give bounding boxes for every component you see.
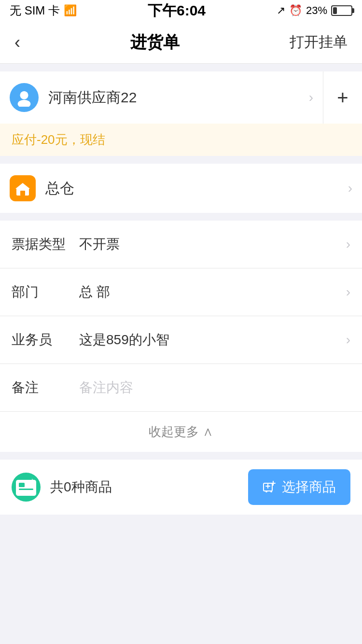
status-left: 无 SIM 卡 📶 xyxy=(10,3,77,18)
alarm-icon: ⏰ xyxy=(289,4,302,17)
supplier-name: 河南供应商22 xyxy=(48,88,304,108)
collapse-section[interactable]: 收起更多 ∧ xyxy=(0,411,362,452)
section-divider-2 xyxy=(0,156,362,164)
remark-input[interactable]: 备注内容 xyxy=(79,378,350,397)
invoice-chevron-icon: › xyxy=(346,237,350,252)
warehouse-svg-icon xyxy=(14,180,31,196)
warning-banner: 应付-20元，现结 xyxy=(0,124,362,156)
supplier-chevron-icon: › xyxy=(309,90,313,105)
svg-point-0 xyxy=(20,91,28,99)
back-button[interactable]: ‹ xyxy=(14,32,20,53)
product-bar: 共0种商品 选择商品 xyxy=(0,460,362,515)
salesman-row[interactable]: 业务员 这是859的小智 › xyxy=(0,316,362,364)
location-icon: ↗ xyxy=(277,4,285,17)
nav-bar: ‹ 进货单 打开挂单 xyxy=(0,21,362,64)
supplier-section: 河南供应商22 › + xyxy=(0,71,362,124)
svg-point-9 xyxy=(265,490,267,492)
warehouse-section[interactable]: 总仓 › xyxy=(0,164,362,213)
salesman-value: 这是859的小智 xyxy=(79,331,341,349)
warehouse-icon xyxy=(10,175,36,201)
salesman-chevron-icon: › xyxy=(346,332,350,348)
svg-marker-3 xyxy=(15,183,30,189)
remark-label: 备注 xyxy=(12,378,79,397)
warehouse-name: 总仓 xyxy=(45,179,343,198)
battery-icon xyxy=(331,5,352,16)
section-divider-3 xyxy=(0,213,362,221)
product-svg-icon xyxy=(12,473,41,502)
svg-rect-6 xyxy=(19,483,25,487)
avatar-icon xyxy=(15,88,33,107)
svg-rect-7 xyxy=(19,489,33,490)
battery-percent: 23% xyxy=(306,4,327,17)
department-chevron-icon: › xyxy=(346,284,350,300)
product-icon xyxy=(12,473,41,502)
wifi-icon: 📶 xyxy=(64,4,77,17)
open-pending-button[interactable]: 打开挂单 xyxy=(290,32,348,52)
select-product-button[interactable]: 选择商品 xyxy=(248,469,350,505)
department-row[interactable]: 部门 总 部 › xyxy=(0,268,362,316)
status-time: 下午6:04 xyxy=(148,1,206,21)
svg-point-1 xyxy=(18,100,31,107)
form-section: 票据类型 不开票 › 部门 总 部 › 业务员 这是859的小智 › 备注 备注… xyxy=(0,221,362,452)
remark-row[interactable]: 备注 备注内容 xyxy=(0,364,362,411)
warehouse-chevron-icon: › xyxy=(348,181,352,196)
supplier-main[interactable]: 河南供应商22 › xyxy=(0,71,323,124)
supplier-avatar xyxy=(10,83,39,112)
product-count: 共0种商品 xyxy=(50,478,248,496)
content: 河南供应商22 › + 应付-20元，现结 总仓 › 票据类型 不开票 › xyxy=(0,64,362,515)
select-product-label: 选择商品 xyxy=(282,478,336,496)
svg-rect-4 xyxy=(20,191,25,196)
salesman-label: 业务员 xyxy=(12,331,79,349)
add-supplier-button[interactable]: + xyxy=(323,87,362,109)
page-title: 进货单 xyxy=(130,31,180,54)
cart-plus-icon xyxy=(263,480,276,494)
sim-status: 无 SIM 卡 xyxy=(10,3,60,18)
invoice-type-value: 不开票 xyxy=(79,235,341,253)
department-label: 部门 xyxy=(12,283,79,301)
status-bar: 无 SIM 卡 📶 下午6:04 ↗ ⏰ 23% xyxy=(0,0,362,21)
status-right: ↗ ⏰ 23% xyxy=(277,4,352,17)
svg-point-10 xyxy=(270,490,272,492)
invoice-type-row[interactable]: 票据类型 不开票 › xyxy=(0,221,362,268)
collapse-button[interactable]: 收起更多 ∧ xyxy=(149,423,213,440)
invoice-type-label: 票据类型 xyxy=(12,235,79,253)
section-divider-1 xyxy=(0,64,362,71)
department-value: 总 部 xyxy=(79,283,341,301)
